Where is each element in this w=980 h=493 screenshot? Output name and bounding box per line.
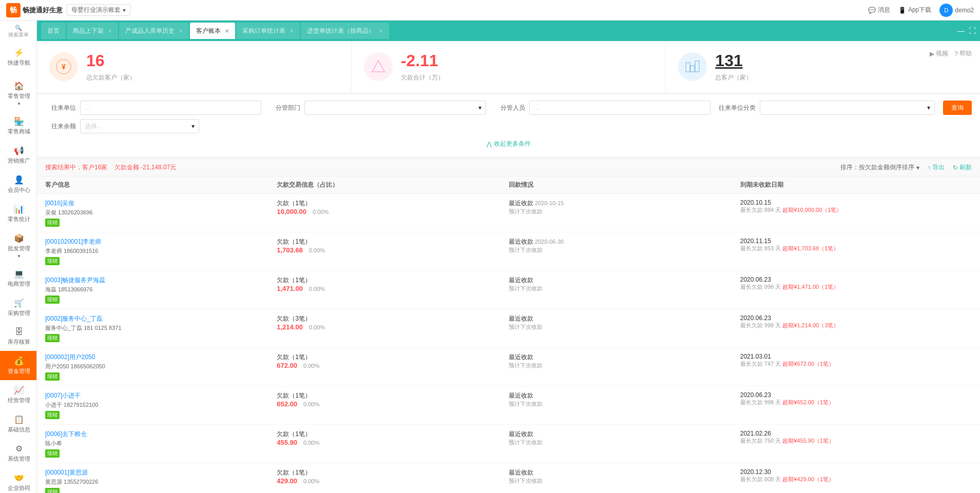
tab-minimize-icon[interactable]: — [957,27,965,35]
tab-product-history-close[interactable]: ✕ [179,28,183,34]
sidebar-item-operation[interactable]: 📈 经营管理 [0,380,36,409]
top-bar-left: 畅 畅捷通好生意 母婴行业演示账套 ▾ [6,3,130,17]
due-overdue-3[interactable]: 超期¥1,214.00（3笔） [782,322,839,328]
filter-label-dept: 分管部门 [270,104,300,112]
filter-select-unit-class[interactable]: ▾ [760,101,935,115]
sidebar-item-enterprise[interactable]: 🤝 企业协同 [0,468,36,493]
export-btn[interactable]: ↑ 导出 [928,163,945,172]
tab-home[interactable]: 首页 [41,23,66,39]
tab-customer-account-close[interactable]: ✕ [225,28,229,34]
customer-name-link-6[interactable]: [0006]去下粮仓 [45,430,87,438]
sidebar-item-retail-mall[interactable]: 🏪 零售商城 [0,111,36,141]
main-layout: 🔍 搜索菜单 ⚡ 快捷导航 🏠 零售管理 ▼ 🏪 零售商城 📢 营销推广 👤 会… [0,21,980,493]
cell-return-1: 最近收款 2020-06-30 预计下次收款 [509,238,740,254]
refresh-icon: ↻ [953,164,958,171]
debt-amount-1: 1,703.68 [277,246,303,254]
customer-name-link-3[interactable]: [0002]服务中心_丁磊 [45,315,103,322]
debt-row-1: 1,703.68 0.00% [277,246,508,254]
sidebar-item-purchase[interactable]: 🛒 采购管理 [0,293,36,322]
th-return: 回款情况 [509,181,740,189]
avatar: D [939,4,953,17]
cell-customer-3: [0002]服务中心_丁磊 服务中心_丁磊 181 0125 8371 现销 [45,314,277,342]
return-next-3: 预计下次收款 [509,323,740,331]
sidebar-item-retail-stats[interactable]: 📊 零售统计 [0,199,36,228]
sidebar-item-marketing[interactable]: 📢 营销推广 [0,141,36,170]
due-overdue-2[interactable]: 超期¥1,471.00（1笔） [782,284,839,290]
top-bar-right: 💬 消息 📱 App下载 D demo2 [868,4,974,17]
sidebar-item-basic-info[interactable]: 📋 基础信息 [0,409,36,439]
customer-phone-5: 小进干 18279152100 [45,401,277,409]
customer-name-link-4[interactable]: [000002]用户2050 [45,353,95,361]
tab-purchase-order-close[interactable]: ✕ [290,28,294,34]
sidebar-item-system[interactable]: ⚙ 系统管理 [0,439,36,468]
tab-product-shelf-close[interactable]: ✕ [108,28,112,34]
filter-label-unit: 往来单位 [45,104,76,112]
customer-phone-6: 陈小希 [45,440,277,447]
customer-name-link-0[interactable]: [0016]吴俊 [45,200,74,207]
filter-select-dept[interactable]: ▾ [304,101,486,115]
sidebar-item-member[interactable]: 👤 会员中心 [0,170,36,199]
debt-count-4: 欠款（1笔） [277,353,508,362]
customer-name-link-7[interactable]: [000001]黄思源 [45,469,88,476]
sidebar-item-inventory[interactable]: 🗄 库存核算 [0,322,36,351]
tab-product-history[interactable]: 产成品入库单历史 ✕ [119,23,189,39]
help-btn[interactable]: ? 帮助 [954,49,972,58]
stat-icon-total-customers [678,52,707,81]
tab-inventory-stats-close[interactable]: ✕ [379,28,383,34]
tab-product-shelf-label: 商品上下架 [73,27,104,35]
filter-select-balance[interactable]: 选择... ▾ [80,119,199,133]
export-label: 导出 [932,163,945,172]
collapse-button[interactable]: ⋀ 收起更多条件 [45,137,972,150]
due-overdue-4[interactable]: 超期¥672.00（1笔） [782,361,834,367]
filter-input-person[interactable]: ... [529,101,710,115]
sidebar-item-ecommerce[interactable]: 💻 电商管理 [0,264,36,293]
svg-rect-5 [695,61,699,72]
sidebar-member-label: 会员中心 [8,186,30,194]
customer-name-link-5[interactable]: [0007]小进干 [45,392,81,399]
user-area[interactable]: D demo2 [939,4,974,17]
customer-name-link-2[interactable]: [0003]畅捷服务尹海蕊 [45,277,105,284]
due-days-0: 最长欠款 884 天 超期¥10,000.00（1笔） [740,206,972,214]
tab-inventory-stats[interactable]: 进货单统计表（按商品） ✕ [301,23,389,39]
due-overdue-6[interactable]: 超期¥455.90（1笔） [782,438,834,444]
app-download-btn[interactable]: 📱 App下载 [898,6,931,14]
finance-icon: 💰 [14,356,24,366]
return-next-6: 预计下次收款 [509,439,740,446]
due-overdue-1[interactable]: 超期¥1,703.68（1笔） [782,245,839,251]
due-overdue-5[interactable]: 超期¥652.00（1笔） [782,399,834,405]
svg-text:¥: ¥ [62,63,66,71]
debt-row-3: 1,214.00 0.00% [277,323,508,331]
due-overdue-7[interactable]: 超期¥429.00（1笔） [782,476,834,482]
tab-purchase-order[interactable]: 采购订单统计表 ✕ [236,23,300,39]
tab-purchase-order-label: 采购订单统计表 [242,27,285,35]
tab-product-shelf[interactable]: 商品上下架 ✕ [67,23,118,39]
sidebar-item-finance[interactable]: 💰 资金管理 [0,351,36,380]
sidebar-item-batch-mgmt[interactable]: 📦 批发管理 ▼ [0,228,36,264]
sidebar-search[interactable]: 🔍 搜索菜单 [0,21,36,43]
message-btn[interactable]: 💬 消息 [868,6,890,14]
debt-percent-6: 0.00% [303,440,319,446]
tab-customer-account[interactable]: 客户账本 ✕ [190,23,235,39]
sidebar-item-nav[interactable]: ⚡ 快捷导航 [0,43,36,72]
stat-card-total-customers: 131 总客户（家） ▶ 视频 ? 帮助 [666,41,980,92]
filter-select-balance-arrow: ▾ [191,123,195,130]
filter-input-unit[interactable]: ... [80,101,261,115]
cell-debt-3: 欠款（3笔） 1,214.00 0.00% [277,314,508,331]
query-button[interactable]: 查询 [943,101,972,115]
tab-customer-account-label: 客户账本 [196,27,221,35]
debt-row-5: 652.00 0.00% [277,400,508,408]
video-btn[interactable]: ▶ 视频 [930,49,948,58]
sort-control[interactable]: 排序：按欠款金额倒序排序 ▾ [840,163,919,172]
due-days-6: 最长欠款 750 天 超期¥455.90（1笔） [740,437,972,445]
stat-card-actions: ▶ 视频 ? 帮助 [930,49,972,58]
refresh-btn[interactable]: ↻ 刷新 [953,163,972,172]
store-selector[interactable]: 母婴行业演示账套 ▾ [67,4,130,16]
due-overdue-0[interactable]: 超期¥10,000.00（1笔） [782,207,842,213]
customer-name-link-1[interactable]: [0001020001]李老师 [45,238,101,245]
tab-expand-icon[interactable]: ⛶ [969,27,976,35]
purchase-icon: 🛒 [14,298,24,308]
filter-input-person-dots: ... [534,104,539,111]
sidebar-item-retail-mgmt[interactable]: 🏠 零售管理 ▼ [0,76,36,111]
sort-label: 排序：按欠款金额倒序排序 [840,163,914,172]
phone-icon: 📱 [898,7,906,14]
